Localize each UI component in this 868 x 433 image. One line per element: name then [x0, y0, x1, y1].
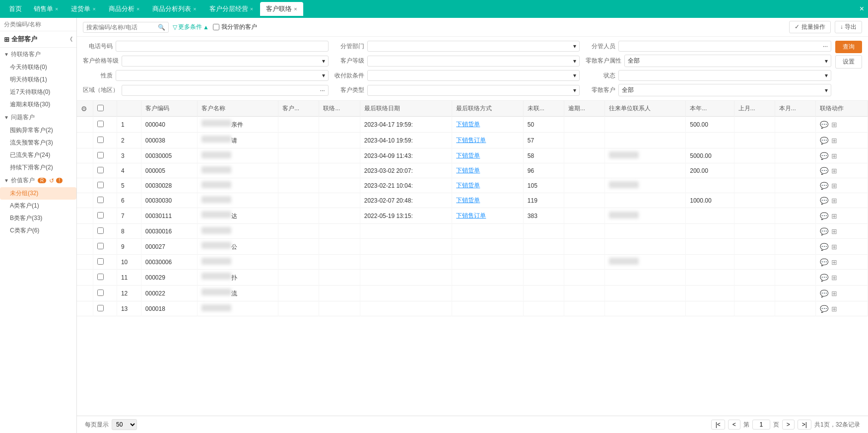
filter-price-level-select[interactable]: ▾: [122, 56, 329, 67]
tab-purchase[interactable]: 进货单 ×: [65, 2, 101, 16]
message-icon[interactable]: 💬: [820, 167, 828, 175]
tab-sales[interactable]: 销售单 ×: [28, 2, 64, 16]
message-icon[interactable]: 💬: [820, 121, 828, 129]
batch-op-btn[interactable]: ✓ 批量操作: [789, 21, 830, 33]
grid-action-icon[interactable]: ⊞: [831, 274, 837, 282]
col-last-method[interactable]: 最后联络方式: [452, 101, 524, 117]
close-sales-tab[interactable]: ×: [55, 6, 58, 12]
row-checkbox[interactable]: [97, 197, 104, 203]
filter-nature-select[interactable]: ▾: [116, 70, 329, 81]
tab-customer-contact[interactable]: 客户联络 ×: [260, 2, 303, 16]
sidebar-item-classC[interactable]: C类客户(6): [0, 224, 76, 237]
query-btn[interactable]: 查询: [835, 41, 862, 53]
more-conditions-btn[interactable]: ▽ 更多条件 ▲: [173, 23, 209, 31]
settings-icon[interactable]: ⚙: [81, 105, 87, 113]
last-method-link[interactable]: 下销货单: [456, 197, 480, 204]
close-product-analysis-list-tab[interactable]: ×: [193, 6, 196, 12]
search-icon[interactable]: 🔍: [158, 24, 165, 31]
message-icon[interactable]: 💬: [820, 197, 828, 205]
col-last-month[interactable]: 上月...: [734, 101, 775, 117]
col-this-year[interactable]: 本年...: [686, 101, 734, 117]
last-method-link[interactable]: 下销货单: [456, 167, 480, 174]
row-checkbox[interactable]: [97, 137, 104, 143]
page-input[interactable]: [752, 420, 770, 430]
sidebar-item-declining[interactable]: 持续下滑客户(2): [0, 161, 76, 174]
message-icon[interactable]: 💬: [820, 243, 828, 251]
filter-region-select[interactable]: ···: [122, 85, 329, 96]
sidebar-collapse-btn[interactable]: 《: [67, 36, 72, 43]
col-inter-company[interactable]: 往来单位联系人: [605, 101, 686, 117]
grid-action-icon[interactable]: ⊞: [831, 289, 837, 297]
message-icon[interactable]: 💬: [820, 212, 828, 220]
grid-action-icon[interactable]: ⊞: [831, 243, 837, 251]
filter-payment-select[interactable]: ▾: [367, 70, 580, 81]
col-this-month[interactable]: 本月...: [775, 101, 815, 117]
last-method-link[interactable]: 下销售订单: [456, 212, 486, 219]
col-customer-type[interactable]: 客户...: [278, 101, 319, 117]
col-customer-name[interactable]: 客户名称: [198, 101, 278, 117]
sidebar-group-pending-title[interactable]: ▼ 待联络客户: [0, 48, 76, 61]
filter-scatter-attr-select[interactable]: 全部 ▾: [624, 55, 831, 67]
sidebar-item-ungrouped[interactable]: 未分组(32): [0, 187, 76, 200]
last-method-link[interactable]: 下销货单: [456, 152, 480, 159]
grid-action-icon[interactable]: ⊞: [831, 212, 837, 220]
my-customers-checkbox[interactable]: [213, 24, 219, 30]
grid-action-icon[interactable]: ⊞: [831, 227, 837, 235]
col-last-date[interactable]: 最后联络日期: [360, 101, 452, 117]
sidebar-item-7days[interactable]: 近7天待联络(0): [0, 86, 76, 98]
last-method-link[interactable]: 下销货单: [456, 121, 480, 128]
filter-phone-input[interactable]: [116, 41, 329, 52]
message-icon[interactable]: 💬: [820, 227, 828, 235]
sidebar-item-abnormal-hoard[interactable]: 囤购异常客户(2): [0, 124, 76, 137]
close-customer-tier-tab[interactable]: ×: [250, 6, 253, 12]
grid-action-icon[interactable]: ⊞: [831, 152, 837, 160]
sidebar-group-problem-title[interactable]: ▼ 问题客户: [0, 111, 76, 124]
row-checkbox[interactable]: [97, 121, 104, 127]
grid-action-icon[interactable]: ⊞: [831, 137, 837, 144]
reset-btn[interactable]: 设置: [835, 55, 862, 69]
sidebar-item-tomorrow[interactable]: 明天待联络(1): [0, 73, 76, 86]
row-checkbox[interactable]: [97, 274, 104, 280]
sidebar-item-today[interactable]: 今天待联络(0): [0, 61, 76, 73]
message-icon[interactable]: 💬: [820, 152, 828, 160]
filter-scatter-select[interactable]: 全部 ▾: [618, 84, 831, 96]
tab-customer-tier[interactable]: 客户分层经营 ×: [203, 2, 259, 16]
sidebar-all-customers[interactable]: ⊞ 全部客户 《: [0, 31, 76, 48]
grid-action-icon[interactable]: ⊞: [831, 305, 837, 313]
first-page-btn[interactable]: |<: [711, 420, 725, 430]
sidebar-group-value-title[interactable]: ▼ 价值客户 R ↺ !: [0, 174, 76, 187]
col-gear[interactable]: ⚙: [77, 101, 93, 117]
filter-customer-level-select[interactable]: ▾: [367, 56, 580, 67]
next-page-btn[interactable]: >: [782, 420, 795, 430]
sidebar-item-classB[interactable]: B类客户(33): [0, 212, 76, 224]
grid-action-icon[interactable]: ⊞: [831, 197, 837, 205]
per-page-select[interactable]: 50 20 100: [112, 419, 137, 430]
grid-action-icon[interactable]: ⊞: [831, 182, 837, 190]
sidebar-item-overdue[interactable]: 逾期未联络(30): [0, 98, 76, 111]
message-icon[interactable]: 💬: [820, 182, 828, 190]
sidebar-search-input[interactable]: [4, 21, 77, 28]
col-contact[interactable]: 联络...: [319, 101, 360, 117]
export-btn[interactable]: ↓ 导出: [835, 21, 862, 33]
message-icon[interactable]: 💬: [820, 137, 828, 144]
col-not-contact[interactable]: 未联...: [523, 101, 564, 117]
select-all-checkbox[interactable]: [97, 105, 104, 111]
row-checkbox[interactable]: [97, 152, 104, 158]
search-input[interactable]: [86, 24, 156, 31]
tab-product-analysis[interactable]: 商品分析 ×: [103, 2, 145, 16]
filter-customer-type-select[interactable]: ▾: [367, 85, 580, 96]
row-checkbox[interactable]: [97, 182, 104, 188]
filter-status-select[interactable]: ▾: [618, 70, 831, 81]
row-checkbox[interactable]: [97, 167, 104, 173]
sidebar-item-classA[interactable]: A类客户(1): [0, 200, 76, 212]
close-product-analysis-tab[interactable]: ×: [136, 6, 139, 12]
row-checkbox[interactable]: [97, 212, 104, 218]
message-icon[interactable]: 💬: [820, 305, 828, 313]
last-method-link[interactable]: 下销货单: [456, 182, 480, 189]
row-checkbox[interactable]: [97, 289, 104, 296]
row-checkbox[interactable]: [97, 258, 104, 265]
grid-action-icon[interactable]: ⊞: [831, 258, 837, 266]
message-icon[interactable]: 💬: [820, 289, 828, 297]
grid-action-icon[interactable]: ⊞: [831, 167, 837, 175]
message-icon[interactable]: 💬: [820, 274, 828, 282]
